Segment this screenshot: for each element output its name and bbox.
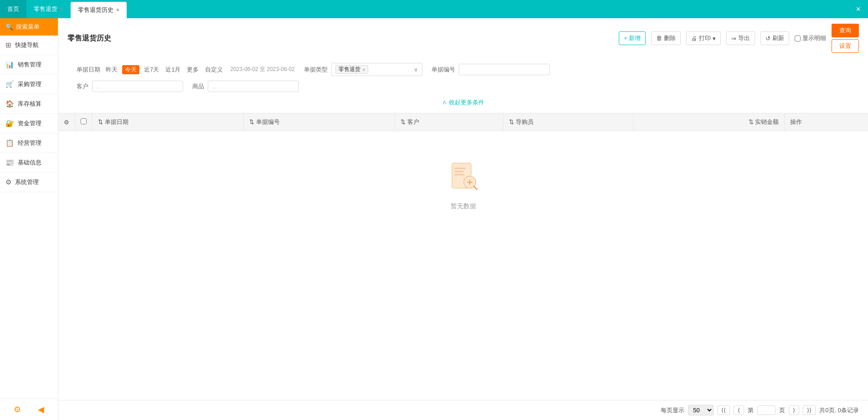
doc-number-input[interactable] xyxy=(459,64,550,75)
select-all-checkbox[interactable] xyxy=(81,118,87,124)
window-close-icon[interactable]: × xyxy=(848,5,868,14)
print-dropdown-icon: ▾ xyxy=(713,35,716,42)
operations-icon: 📋 xyxy=(5,139,14,147)
empty-icon xyxy=(445,159,482,195)
date-shortcut-1month[interactable]: 近1月 xyxy=(164,65,182,74)
page-header: 零售退货历史 + 新增 🗑 删除 🖨 打印 ▾ ⇒ 导出 ↺ xyxy=(58,18,868,113)
sidebar-item-system[interactable]: ⚙ 系统管理 xyxy=(0,173,58,192)
doc-type-label: 单据类型 xyxy=(304,66,328,74)
print-button[interactable]: 🖨 打印 ▾ xyxy=(686,31,721,45)
date-filter-group: 单据日期 昨天 今天 近7天 近1月 更多 自定义 2023-06-02 至 2… xyxy=(77,65,295,74)
next-page-button[interactable]: ⟩ xyxy=(789,405,799,415)
sidebar-item-finance-label: 资金管理 xyxy=(18,119,41,128)
show-detail-checkbox-wrapper[interactable]: 显示明细 xyxy=(795,34,826,42)
pagination: 每页显示 20 50 100 ⟨⟨ ⟨ 第 1 页 ⟩ ⟩⟩ 共0页, 0条记录 xyxy=(58,400,868,420)
date-shortcut-yesterday[interactable]: 昨天 xyxy=(104,65,119,74)
top-tab-bar: 首页 零售退货 × 零售退货历史 × × xyxy=(0,0,868,18)
sidebar-item-purchase-label: 采购管理 xyxy=(18,80,41,88)
filter-row-1: 单据日期 昨天 今天 近7天 近1月 更多 自定义 2023-06-02 至 2… xyxy=(77,63,850,76)
goods-select[interactable]: ... xyxy=(208,81,299,92)
sidebar-item-inventory[interactable]: 🏠 库存核算 xyxy=(0,94,58,114)
date-shortcut-custom[interactable]: 自定义 xyxy=(203,65,225,74)
th-guide: ⇅ 导购员 xyxy=(503,113,633,131)
th-settings[interactable]: ⚙ xyxy=(58,113,75,131)
th-amount-label: ⇅ 实销金额 xyxy=(749,118,779,125)
doc-number-filter-group: 单据编号 xyxy=(431,64,550,75)
tab-retail-return-history[interactable]: 零售退货历史 × xyxy=(71,2,127,18)
per-page-select[interactable]: 20 50 100 xyxy=(688,405,714,415)
table-container: ⚙ ⇅ 单据日期 ⇅ 单据编号 ⇅ 客户 xyxy=(58,113,868,400)
collapse-button[interactable]: ∧ 收起更多条件 xyxy=(442,98,484,107)
refresh-icon: ↺ xyxy=(765,35,770,42)
doc-type-filter-group: 单据类型 零售退货 × ∨ xyxy=(304,63,422,76)
tab-retail-return[interactable]: 零售退货 × xyxy=(26,0,71,18)
th-amount: ⇅ 实销金额 xyxy=(633,113,785,131)
tab-retail-return-history-label: 零售退货历史 xyxy=(78,6,113,14)
svg-rect-2 xyxy=(454,171,463,172)
date-shortcut-today[interactable]: 今天 xyxy=(122,65,139,74)
customer-placeholder: ... xyxy=(96,83,101,90)
date-shortcut-more[interactable]: 更多 xyxy=(185,65,200,74)
sidebar-item-basic-info-label: 基础信息 xyxy=(18,159,41,167)
new-button[interactable]: + 新增 xyxy=(619,31,646,45)
finance-icon: 🔐 xyxy=(5,119,14,128)
th-doc-number-label: ⇅ 单据编号 xyxy=(249,118,280,125)
sidebar-search-label: 搜索菜单 xyxy=(16,23,40,31)
th-action: 操作 xyxy=(785,113,868,131)
quick-nav-icon: ⊞ xyxy=(5,41,11,49)
sales-icon: 📊 xyxy=(5,61,14,69)
th-date: ⇅ 单据日期 xyxy=(92,113,244,131)
th-customer: ⇅ 客户 xyxy=(395,113,503,131)
sidebar-item-sales[interactable]: 📊 销售管理 xyxy=(0,55,58,75)
doc-type-select[interactable]: 零售退货 × ∨ xyxy=(331,63,422,76)
th-guide-label: ⇅ 导购员 xyxy=(509,118,534,125)
export-button[interactable]: ⇒ 导出 xyxy=(726,31,755,45)
collapse-sidebar-icon[interactable]: ◀ xyxy=(38,405,44,415)
table-area: ⚙ ⇅ 单据日期 ⇅ 单据编号 ⇅ 客户 xyxy=(58,113,868,420)
sidebar-item-basic-info[interactable]: 📰 基础信息 xyxy=(0,153,58,173)
customer-select[interactable]: ... xyxy=(92,81,183,92)
page-number-input[interactable]: 1 xyxy=(757,405,776,415)
sidebar-item-operations[interactable]: 📋 经营管理 xyxy=(0,133,58,153)
sidebar-item-finance[interactable]: 🔐 资金管理 xyxy=(0,114,58,133)
sidebar-item-purchase[interactable]: 🛒 采购管理 xyxy=(0,75,58,94)
refresh-button[interactable]: ↺ 刷新 xyxy=(760,31,789,45)
prev-page-button[interactable]: ⟨ xyxy=(734,405,744,415)
filter-bar: 单据日期 昨天 今天 近7天 近1月 更多 自定义 2023-06-02 至 2… xyxy=(67,58,859,113)
th-customer-label: ⇅ 客户 xyxy=(401,118,419,125)
goods-filter-group: 商品 ... xyxy=(192,81,299,92)
tab-retail-return-history-close[interactable]: × xyxy=(116,7,119,13)
query-button[interactable]: 查询 xyxy=(832,24,859,37)
customer-label: 客户 xyxy=(77,82,88,91)
sidebar-search[interactable]: 🔍 搜索菜单 xyxy=(0,18,58,36)
date-shortcut-7days[interactable]: 近7天 xyxy=(142,65,161,74)
page-unit: 页 xyxy=(779,406,785,415)
th-doc-number: ⇅ 单据编号 xyxy=(244,113,395,131)
collapse-row: ∧ 收起更多条件 xyxy=(77,97,850,108)
doc-type-tag-remove[interactable]: × xyxy=(362,67,365,72)
delete-button[interactable]: 🗑 删除 xyxy=(651,31,681,45)
tab-home[interactable]: 首页 xyxy=(0,0,26,18)
th-checkbox[interactable] xyxy=(75,113,92,131)
doc-type-chevron-icon: ∨ xyxy=(414,66,418,73)
first-page-button[interactable]: ⟨⟨ xyxy=(717,405,730,415)
goods-label: 商品 xyxy=(192,82,204,91)
show-detail-checkbox[interactable] xyxy=(795,36,801,41)
th-action-label: 操作 xyxy=(790,118,802,125)
sidebar-item-operations-label: 经营管理 xyxy=(18,139,41,147)
search-icon: 🔍 xyxy=(5,23,13,31)
sidebar-bottom: ⚙ ◀ xyxy=(0,399,58,420)
last-page-button[interactable]: ⟩⟩ xyxy=(803,405,816,415)
export-icon: ⇒ xyxy=(731,35,736,42)
sidebar-item-quick-nav[interactable]: ⊞ 快捷导航 xyxy=(0,36,58,55)
export-label: 导出 xyxy=(738,34,750,42)
tab-retail-return-close[interactable]: × xyxy=(60,6,63,12)
total-label: 共0页, 0条记录 xyxy=(819,406,859,415)
doc-type-tag-value: 零售退货 xyxy=(339,66,360,73)
settings-bottom-icon[interactable]: ⚙ xyxy=(14,405,21,415)
print-label: 打印 xyxy=(699,34,711,42)
date-shortcuts: 昨天 今天 近7天 近1月 更多 自定义 xyxy=(104,65,225,74)
setting-button[interactable]: 设置 xyxy=(832,39,859,53)
main-layout: 🔍 搜索菜单 ⊞ 快捷导航 📊 销售管理 🛒 采购管理 🏠 库存核算 🔐 资金管… xyxy=(0,18,868,420)
date-range-text: 2023-06-02 至 2023-06-02 xyxy=(230,66,294,73)
